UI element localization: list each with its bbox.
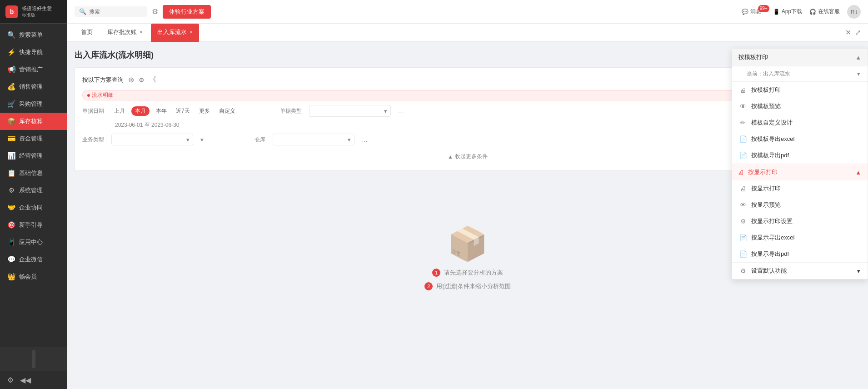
system-icon: ⚙ — [7, 186, 15, 194]
display-section-header[interactable]: 🖨 按显示打印 ▲ — [732, 164, 868, 180]
date-preset-7days[interactable]: 近7天 — [173, 106, 193, 116]
purchase-icon: 🛒 — [7, 100, 15, 108]
sidebar-scroll-indicator — [0, 347, 67, 371]
date-preset-last-month[interactable]: 上月 — [111, 106, 128, 116]
dropdown-item-display-print[interactable]: 🖨 按显示打印 — [732, 180, 868, 197]
sidebar-bottom: ⚙ ◀◀ — [0, 371, 67, 389]
app-name: 畅捷通好生意 — [22, 5, 52, 12]
dropdown-item-display-pdf[interactable]: 📄 按显示导出pdf — [732, 246, 868, 262]
service-label: 在线客服 — [818, 8, 840, 15]
settings-bottom-icon[interactable]: ⚙ — [7, 376, 14, 384]
tab-home[interactable]: 首页 — [75, 24, 99, 42]
tab-inventory-batch[interactable]: 库存批次账 × — [101, 24, 149, 42]
date-preset-custom[interactable]: 自定义 — [216, 106, 238, 116]
empty-step-1: 1 请先选择要分析的方案 — [432, 269, 503, 277]
filter-add-icon[interactable]: ⊕ — [128, 75, 134, 84]
display-section: 🖨 按显示打印 👁 按显示预览 ⚙ 按显示打印设置 📄 按显示导出excel 📄 — [732, 180, 868, 263]
filter-settings-icon[interactable]: ⚙ — [139, 76, 145, 84]
sidebar-item-label: 企业微信 — [19, 255, 43, 264]
collapse-sidebar-icon[interactable]: ◀◀ — [20, 376, 31, 384]
template-preview-label: 按模板预览 — [751, 102, 781, 110]
warehouse-more-icon[interactable]: … — [362, 136, 368, 143]
marketing-icon: 📢 — [7, 65, 15, 74]
page-title: 出入库流水(流水明细) — [75, 50, 154, 60]
sidebar-item-membership[interactable]: 👑 畅会员 — [0, 268, 67, 285]
tab-inout-flow-close[interactable]: × — [190, 29, 193, 35]
beginner-icon: 🎯 — [7, 221, 15, 229]
messages-button[interactable]: 💬 消息 99+ — [742, 8, 766, 15]
sidebar-item-label: 库存核算 — [19, 117, 43, 125]
warehouse-select[interactable] — [273, 134, 354, 145]
warehouse-label: 仓库 — [254, 136, 265, 144]
date-preset-this-year[interactable]: 本年 — [153, 106, 170, 116]
sidebar-item-wechat[interactable]: 💬 企业微信 — [0, 251, 67, 268]
main-content: 🔍 ⚙ 体验行业方案 💬 消息 99+ 📱 App下载 🎧 在线客服 Rit — [67, 0, 868, 389]
empty-illustration: 📦 — [447, 224, 488, 263]
sidebar-item-finance[interactable]: 💳 资金管理 — [0, 130, 67, 147]
tab-inventory-batch-close[interactable]: × — [140, 29, 143, 35]
user-avatar[interactable]: Rit — [847, 5, 861, 19]
sidebar-item-operations[interactable]: 📊 经营管理 — [0, 147, 67, 165]
dropdown-item-template-excel[interactable]: 📄 按模板导出excel — [732, 131, 868, 147]
tab-inout-flow[interactable]: 出入库流水 × — [151, 24, 199, 42]
template-pdf-label: 按模板导出pdf — [751, 151, 789, 160]
template-custom-icon: ✏ — [739, 119, 747, 126]
cooperation-icon: 🤝 — [7, 204, 15, 212]
sidebar-item-label: 搜索菜单 — [19, 31, 43, 39]
dropdown-item-display-preview[interactable]: 👁 按显示预览 — [732, 197, 868, 213]
display-excel-icon: 📄 — [739, 234, 747, 241]
sidebar-item-quick-nav[interactable]: ⚡ 快捷导航 — [0, 44, 67, 61]
business-type-select[interactable] — [111, 134, 193, 145]
filter-collapse-icon[interactable]: 《 — [149, 75, 156, 85]
dropdown-item-display-print-settings[interactable]: ⚙ 按显示打印设置 — [732, 213, 868, 229]
template-custom-label: 模板自定义设计 — [751, 119, 793, 127]
sidebar-item-label: 销售管理 — [19, 83, 43, 91]
bill-type-select[interactable] — [309, 105, 391, 117]
template-excel-icon: 📄 — [739, 135, 747, 143]
sidebar-item-label: 新手引导 — [19, 221, 43, 229]
topbar-gear-icon[interactable]: ⚙ — [152, 7, 158, 16]
dropdown-item-display-excel[interactable]: 📄 按显示导出excel — [732, 229, 868, 246]
dropdown-header-chevron-icon[interactable]: ▲ — [855, 54, 861, 61]
trial-button[interactable]: 体验行业方案 — [163, 5, 211, 19]
step-1-text: 请先选择要分析的方案 — [444, 269, 503, 277]
sidebar-item-basic-info[interactable]: 📋 基础信息 — [0, 165, 67, 182]
maximize-tab-icon[interactable]: ⤢ — [855, 28, 861, 37]
dropdown-item-template-preview[interactable]: 👁 按模板预览 — [732, 98, 868, 115]
dropdown-item-template-custom[interactable]: ✏ 模板自定义设计 — [732, 115, 868, 131]
sidebar-item-inventory[interactable]: 📦 库存核算 — [0, 113, 67, 130]
quick-nav-icon: ⚡ — [7, 48, 15, 56]
topbar-search[interactable]: 🔍 — [75, 6, 147, 17]
search-input[interactable] — [89, 9, 135, 15]
sidebar-item-label: 企业协同 — [19, 204, 43, 212]
sidebar-item-search[interactable]: 🔍 搜索菜单 — [0, 26, 67, 44]
sidebar-item-app-center[interactable]: 📱 应用中心 — [0, 234, 67, 251]
business-type-chevron-icon: ▾ — [200, 136, 204, 143]
sidebar-item-beginner[interactable]: 🎯 新手引导 — [0, 216, 67, 234]
date-preset-more[interactable]: 更多 — [196, 106, 213, 116]
sidebar-item-marketing[interactable]: 📢 营销推广 — [0, 61, 67, 78]
tabs-bar: 首页 库存批次账 × 出入库流水 × ✕ ⤢ — [67, 24, 868, 42]
bill-type-more-icon[interactable]: … — [398, 108, 404, 115]
finance-icon: 💳 — [7, 135, 15, 143]
dropdown-item-template-pdf[interactable]: 📄 按模板导出pdf — [732, 147, 868, 164]
sidebar-item-label: 营销推广 — [19, 65, 43, 74]
date-preset-this-month[interactable]: 本月 — [131, 106, 150, 116]
app-download-button[interactable]: 📱 App下载 — [773, 8, 802, 15]
sidebar-item-label: 系统管理 — [19, 186, 43, 194]
template-excel-label: 按模板导出excel — [751, 135, 794, 143]
dropdown-footer[interactable]: ⚙ 设置默认功能 ▾ — [732, 263, 868, 279]
customer-service-button[interactable]: 🎧 在线客服 — [809, 8, 840, 15]
sidebar-item-label: 经营管理 — [19, 152, 43, 160]
tag-dot — [87, 94, 90, 97]
dropdown-item-template-print[interactable]: 🖨 按模板打印 — [732, 82, 868, 98]
membership-icon: 👑 — [7, 273, 15, 281]
close-all-tabs-icon[interactable]: ✕ — [845, 28, 851, 37]
empty-step-2: 2 用[过滤]条件来缩小分析范围 — [424, 282, 510, 290]
display-excel-label: 按显示导出excel — [751, 234, 794, 242]
sidebar-item-sales[interactable]: 💰 销售管理 — [0, 78, 67, 95]
sidebar-item-cooperation[interactable]: 🤝 企业协同 — [0, 199, 67, 216]
topbar-right: 💬 消息 99+ 📱 App下载 🎧 在线客服 Rit — [742, 5, 861, 19]
sidebar-item-system[interactable]: ⚙ 系统管理 — [0, 182, 67, 199]
sidebar-item-purchase[interactable]: 🛒 采购管理 — [0, 95, 67, 113]
